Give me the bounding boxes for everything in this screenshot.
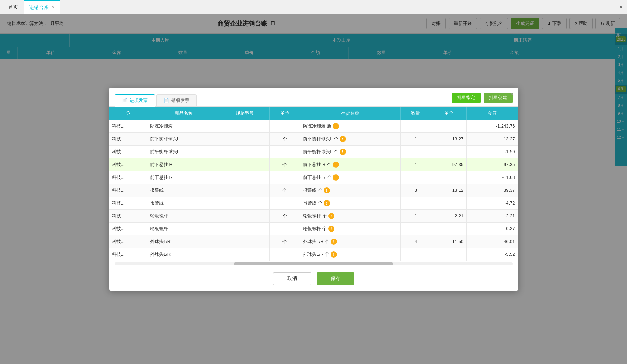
cell-unit	[269, 222, 300, 235]
th-col1: 你	[109, 107, 147, 120]
cell-product-name: 防冻冷却液	[147, 120, 220, 133]
modal-scrollbar-thumb	[234, 262, 393, 265]
table-row: 科技...前平衡杆球头L前平衡杆球头L 个!-1.59	[109, 145, 518, 158]
cell-product-name: 前平衡杆球头L	[147, 145, 220, 158]
cell-qty: 1	[400, 158, 431, 171]
cell-amount: -0.27	[467, 222, 518, 235]
modal-footer: 取消 保存	[109, 267, 518, 291]
cell-spec	[220, 145, 269, 158]
cell-amount: -11.68	[467, 171, 518, 184]
table-row: 科技...防冻冷却液防冻冷却液 瓶!-1,243.76	[109, 120, 518, 133]
cell-inventory-name: 前平衡杆球头L 个!	[300, 132, 400, 145]
th-spec: 规格型号	[220, 107, 269, 120]
batch-create-button[interactable]: 批量创建	[484, 93, 513, 103]
cell-inventory-name: 轮毂螺杆 个!	[300, 209, 400, 222]
overlay: 📄 进项发票 📄 销项发票 批量指定 批量创建 ×	[0, 14, 627, 364]
cell-price	[431, 197, 467, 209]
save-button[interactable]: 保存	[317, 272, 354, 285]
cell-amount: 39.37	[467, 184, 518, 197]
cell-unit	[269, 171, 300, 184]
cell-inventory-name: 前下悬挂 R 个!	[300, 158, 400, 171]
modal-header: 📄 进项发票 📄 销项发票 批量指定 批量创建 ×	[109, 88, 518, 107]
cell-product-name: 外球头L/R	[147, 248, 220, 261]
cancel-button[interactable]: 取消	[273, 272, 311, 285]
modal-scrollbar[interactable]	[115, 262, 513, 265]
tab-close-icon[interactable]: ×	[52, 0, 54, 14]
tab-current[interactable]: 进销台账 ×	[24, 0, 60, 14]
cell-product-name: 外球头L/R	[147, 235, 220, 248]
cell-price	[431, 222, 467, 235]
cell-amount: 2.21	[467, 209, 518, 222]
cell-qty: 3	[400, 184, 431, 197]
modal-body: 你 商品名称 规格型号 单位 存货名称 数量 单价 金额 科技...防冻冷却液防…	[109, 107, 518, 261]
cell-price: 13.12	[431, 184, 467, 197]
warning-icon: !	[333, 123, 339, 129]
batch-assign-button[interactable]: 批量指定	[452, 93, 481, 103]
cell-unit: 个	[269, 184, 300, 197]
cell-vendor: 科技...	[109, 209, 147, 222]
cell-qty	[400, 197, 431, 209]
cell-unit: 个	[269, 235, 300, 248]
cell-product-name: 报警线	[147, 197, 220, 209]
cell-unit	[269, 248, 300, 261]
cell-vendor: 科技...	[109, 222, 147, 235]
cell-spec	[220, 184, 269, 197]
cell-product-name: 报警线	[147, 184, 220, 197]
cell-price	[431, 120, 467, 133]
warning-icon: !	[324, 187, 330, 193]
cell-qty: 4	[400, 235, 431, 248]
table-row: 科技...报警线个报警线 个!313.1239.37	[109, 184, 518, 197]
cell-inventory-name: 防冻冷却液 瓶!	[300, 120, 400, 133]
table-row: 科技...轮毂螺杆个轮毂螺杆 个!12.212.21	[109, 209, 518, 222]
cell-price: 97.35	[431, 158, 467, 171]
th-product-name: 商品名称	[147, 107, 220, 120]
table-row: 科技...外球头L/R个外球头L/R 个!411.5046.01	[109, 235, 518, 248]
th-price: 单价	[431, 107, 467, 120]
input-invoice-icon: 📄	[122, 98, 128, 103]
th-inventory-name: 存货名称	[300, 107, 400, 120]
modal-table-body: 科技...防冻冷却液防冻冷却液 瓶!-1,243.76科技...前平衡杆球头L个…	[109, 120, 518, 261]
cell-vendor: 科技...	[109, 132, 147, 145]
cell-product-name: 轮毂螺杆	[147, 209, 220, 222]
cell-vendor: 科技...	[109, 158, 147, 171]
modal-tab-input-invoice[interactable]: 📄 进项发票	[115, 94, 155, 107]
cell-price	[431, 171, 467, 184]
cell-spec	[220, 158, 269, 171]
th-qty: 数量	[400, 107, 431, 120]
cell-price	[431, 248, 467, 261]
warning-icon: !	[328, 226, 334, 232]
cell-spec	[220, 120, 269, 133]
th-unit: 单位	[269, 107, 300, 120]
modal-header-actions: 批量指定 批量创建	[452, 93, 513, 106]
cell-inventory-name: 前平衡杆球头L 个!	[300, 145, 400, 158]
modal-close-icon[interactable]: ×	[510, 91, 514, 97]
cell-unit	[269, 197, 300, 209]
cell-product-name: 前下悬挂 R	[147, 158, 220, 171]
cell-amount: -1.59	[467, 145, 518, 158]
th-amount: 金额	[467, 107, 518, 120]
cell-amount: 97.35	[467, 158, 518, 171]
cell-unit	[269, 145, 300, 158]
cell-amount: 13.27	[467, 132, 518, 145]
warning-icon: !	[340, 136, 346, 142]
cell-spec	[220, 209, 269, 222]
cell-inventory-name: 外球头L/R 个!	[300, 248, 400, 261]
table-row: 科技...前下悬挂 R前下悬挂 R 个!-11.68	[109, 171, 518, 184]
cell-amount: -4.72	[467, 197, 518, 209]
warning-icon: !	[333, 162, 339, 168]
cell-amount: 46.01	[467, 235, 518, 248]
modal-tab-sales-invoice[interactable]: 📄 销项发票	[156, 94, 197, 106]
main-content: 销售成本计算方法： 月平均 商贸企业进销台账 🗒 对账 重新开账 存货别名 生成…	[0, 14, 627, 364]
cell-price: 2.21	[431, 209, 467, 222]
cell-spec	[220, 132, 269, 145]
warning-icon: !	[331, 239, 337, 245]
cell-unit	[269, 120, 300, 133]
cell-inventory-name: 外球头L/R 个!	[300, 235, 400, 248]
tab-home[interactable]: 首页	[3, 0, 24, 14]
window-close-icon[interactable]: ×	[619, 3, 623, 10]
cell-vendor: 科技...	[109, 197, 147, 209]
warning-icon: !	[328, 213, 334, 219]
cell-product-name: 前平衡杆球头L	[147, 132, 220, 145]
cell-price: 11.50	[431, 235, 467, 248]
cell-spec	[220, 222, 269, 235]
